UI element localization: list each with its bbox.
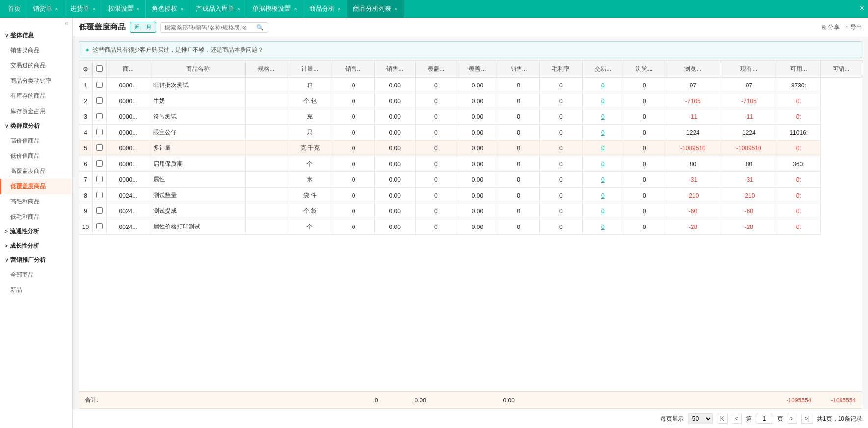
col-header-saleable: 可销...	[820, 61, 862, 78]
sidebar-item-all-goods[interactable]: 全部商品	[0, 267, 72, 283]
row-checkbox[interactable]	[93, 172, 107, 188]
col-header-check[interactable]	[93, 61, 107, 78]
nav-tab-purchase-close[interactable]: ×	[92, 6, 95, 12]
row-name: 符号测试	[150, 109, 245, 125]
table-row: 1 0000... 旺辅批次测试 箱 0 0.00 0 0.00 0 0 0 0…	[79, 78, 862, 93]
row-checkbox[interactable]	[93, 219, 107, 235]
row-checkbox[interactable]	[93, 141, 107, 156]
sidebar-item-low-coverage[interactable]: 低覆盖度商品	[0, 179, 72, 194]
row-spec	[245, 141, 287, 156]
sidebar-item-inventory-funds[interactable]: 库存资金占用	[0, 104, 72, 119]
sidebar-item-high-margin[interactable]: 高毛利商品	[0, 194, 72, 209]
row-saleable: 0:	[777, 109, 820, 125]
nav-tab-sales[interactable]: 销货单 ×	[27, 0, 64, 18]
nav-tab-permission-close[interactable]: ×	[136, 6, 139, 12]
row-select-checkbox[interactable]	[96, 192, 103, 198]
table-row: 8 0024... 测试数量 袋,件 0 0.00 0 0.00 0 0 0 0…	[79, 188, 862, 203]
row-link[interactable]: 0	[582, 219, 624, 235]
nav-tab-purchase[interactable]: 进货单 ×	[64, 0, 102, 18]
row-code: 0000...	[107, 172, 150, 188]
row-select-checkbox[interactable]	[96, 160, 103, 167]
sidebar-item-high-value[interactable]: 高价值商品	[0, 133, 72, 148]
row-link[interactable]: 0	[582, 141, 624, 156]
nav-tab-goods-analysis[interactable]: 商品分析 ×	[303, 0, 347, 18]
row-link[interactable]: 0	[582, 109, 624, 125]
col-header-sales3: 销售...	[498, 61, 539, 78]
first-page-button[interactable]: K	[717, 414, 728, 424]
row-select-checkbox[interactable]	[96, 223, 103, 229]
sidebar-section-flow[interactable]: > 流通性分析	[0, 225, 72, 239]
search-input[interactable]	[164, 24, 254, 31]
row-code: 0024...	[107, 188, 150, 203]
sidebar-item-sales-goods[interactable]: 销售类商品	[0, 43, 72, 58]
nav-tab-product-close[interactable]: ×	[237, 6, 240, 12]
row-sales1: 0	[333, 156, 374, 172]
sidebar-item-category-sales-rate[interactable]: 商品分类动销率	[0, 73, 72, 88]
sidebar-item-in-stock-goods[interactable]: 有库存的商品	[0, 88, 72, 104]
share-button[interactable]: ⎘ 分享	[822, 23, 840, 31]
nav-tab-template[interactable]: 单据模板设置 ×	[246, 0, 303, 18]
export-button[interactable]: ↑ 导出	[845, 23, 862, 31]
sidebar-section-marketing[interactable]: ∨ 营销推广分析	[0, 253, 72, 267]
last-page-button[interactable]: >|	[801, 414, 813, 424]
sidebar-item-traded-goods[interactable]: 交易过的商品	[0, 58, 72, 73]
col-header-settings[interactable]: ⚙	[79, 61, 93, 78]
time-filter-button[interactable]: 近一月	[130, 22, 156, 33]
row-link[interactable]: 0	[582, 125, 624, 141]
row-link[interactable]: 0	[582, 203, 624, 219]
page-number-input[interactable]	[756, 414, 773, 424]
table-footer: 合计: 0 0.00 0.00 -1095554 -1095554	[79, 391, 862, 409]
nav-tab-sales-close[interactable]: ×	[55, 6, 58, 12]
sidebar-item-low-value[interactable]: 低价值商品	[0, 148, 72, 164]
col-header-margin: 毛利率	[540, 61, 583, 78]
nav-tab-permission[interactable]: 权限设置 ×	[102, 0, 146, 18]
row-select-checkbox[interactable]	[96, 113, 103, 119]
row-code: 0000...	[107, 109, 150, 125]
page-size-select[interactable]: 50 20 100	[688, 413, 713, 424]
nav-tab-goods-analysis-close[interactable]: ×	[338, 6, 341, 12]
row-checkbox[interactable]	[93, 78, 107, 93]
row-checkbox[interactable]	[93, 203, 107, 219]
select-all-checkbox[interactable]	[96, 65, 103, 72]
row-select-checkbox[interactable]	[96, 176, 103, 182]
next-page-button[interactable]: >	[787, 414, 797, 424]
row-link[interactable]: 0	[582, 156, 624, 172]
row-select-checkbox[interactable]	[96, 97, 103, 104]
row-checkbox[interactable]	[93, 188, 107, 203]
row-select-checkbox[interactable]	[96, 144, 103, 151]
nav-tab-product[interactable]: 产成品入库单 ×	[190, 0, 246, 18]
row-link[interactable]: 0	[582, 172, 624, 188]
row-select-checkbox[interactable]	[96, 207, 103, 214]
table-row: 2 0000... 牛奶 个,包 0 0.00 0 0.00 0 0 0 0 -…	[79, 93, 862, 109]
row-link[interactable]: 0	[582, 188, 624, 203]
row-checkbox[interactable]	[93, 125, 107, 141]
row-link[interactable]: 0	[582, 93, 624, 109]
sidebar-item-new-goods[interactable]: 新品	[0, 283, 72, 298]
prev-page-button[interactable]: <	[732, 414, 742, 424]
nav-tab-template-close[interactable]: ×	[294, 6, 297, 12]
nav-tab-home[interactable]: 首页	[2, 0, 27, 18]
sidebar-item-high-coverage[interactable]: 高覆盖度商品	[0, 164, 72, 179]
row-select-checkbox[interactable]	[96, 129, 103, 135]
row-checkbox[interactable]	[93, 156, 107, 172]
sidebar-section-growth[interactable]: > 成长性分析	[0, 239, 72, 253]
nav-tab-goods-analysis-list-close[interactable]: ×	[394, 6, 397, 12]
close-all-tabs-button[interactable]: ×	[860, 4, 864, 13]
row-coverage1: 0	[415, 219, 457, 235]
sidebar-collapse-button[interactable]: «	[0, 18, 72, 29]
sidebar-section-overall[interactable]: ∨ 整体信息	[0, 29, 72, 43]
row-link[interactable]: 0	[582, 78, 624, 93]
col-header-coverage2: 覆盖...	[457, 61, 498, 78]
nav-tab-role-close[interactable]: ×	[180, 6, 183, 12]
nav-tab-role[interactable]: 角色授权 ×	[146, 0, 190, 18]
row-checkbox[interactable]	[93, 93, 107, 109]
nav-tab-goods-analysis-list[interactable]: 商品分析列表 ×	[347, 0, 404, 18]
row-select-checkbox[interactable]	[96, 82, 103, 88]
row-checkbox[interactable]	[93, 109, 107, 125]
sidebar-item-low-margin[interactable]: 低毛利商品	[0, 209, 72, 225]
data-table-container[interactable]: ⚙ 商... 商品名称 规格... 计量... 销售... 销售... 覆盖..…	[79, 60, 862, 391]
row-browse2: -7105	[665, 93, 721, 109]
search-icon[interactable]: 🔍	[256, 24, 264, 31]
footer-sales2-sum: 0.00	[406, 397, 435, 404]
sidebar-section-diversity[interactable]: ∨ 类群度分析	[0, 119, 72, 133]
